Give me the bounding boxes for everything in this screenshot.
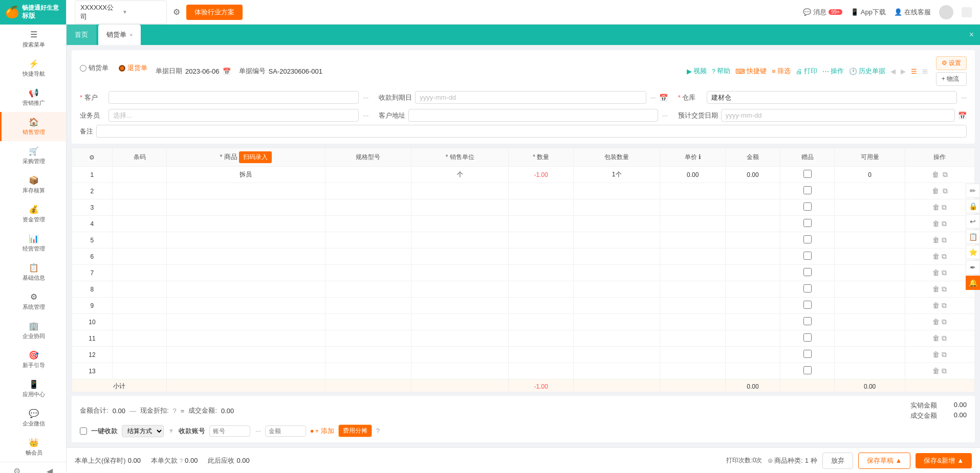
sidebar-item-member[interactable]: 👑 畅会员: [0, 433, 66, 462]
row-spec-2[interactable]: [325, 183, 411, 199]
account-input[interactable]: [209, 425, 250, 437]
sidebar-collapse-icon[interactable]: ◀: [47, 466, 53, 473]
date-calendar-icon[interactable]: 📅: [223, 67, 231, 75]
sidebar-item-base[interactable]: 📋 基础信息: [0, 258, 66, 287]
sidebar-item-shortcut[interactable]: ⚡ 快捷导航: [0, 54, 66, 83]
payment-method-select[interactable]: 结算方式: [122, 425, 164, 437]
copy-row-9-btn[interactable]: ⧉: [941, 300, 948, 311]
copy-row-6-btn[interactable]: ⧉: [941, 251, 948, 262]
delete-row-13-btn[interactable]: 🗑: [931, 366, 941, 376]
sidebar-item-guide[interactable]: 🎯 新手引导: [0, 345, 66, 374]
tab-close-all-icon[interactable]: ×: [969, 30, 974, 39]
sidebar-item-purchase[interactable]: 🛒 采购管理: [0, 141, 66, 170]
float-btn-3[interactable]: ↩: [966, 214, 980, 229]
copy-row-4-btn[interactable]: ⧉: [941, 218, 948, 229]
due-date-input[interactable]: [415, 91, 646, 104]
address-dots-icon[interactable]: ···: [662, 111, 668, 119]
setting-button[interactable]: ⚙ 设置: [936, 56, 967, 70]
sidebar-item-system[interactable]: ⚙ 系统管理: [0, 287, 66, 316]
tab-close-icon[interactable]: ×: [129, 32, 133, 38]
delete-row-6-btn[interactable]: 🗑: [931, 251, 941, 261]
service-item[interactable]: 👤 在线客服: [894, 8, 931, 17]
action-video[interactable]: ▶ 视频: [687, 66, 707, 76]
action-operation[interactable]: ⋯ 操作: [822, 66, 844, 76]
account-dots-icon[interactable]: ···: [255, 427, 261, 435]
row-amount-2[interactable]: [726, 183, 780, 199]
add-payment-button[interactable]: ● + 添加: [310, 426, 334, 436]
tab-sales-order[interactable]: 销货单 ×: [98, 25, 141, 45]
salesperson-input[interactable]: [108, 109, 359, 122]
row-pack-qty-1[interactable]: 1个: [574, 167, 660, 183]
delete-row-8-btn[interactable]: 🗑: [931, 284, 941, 294]
radio-sales[interactable]: 销货单: [80, 63, 108, 73]
sidebar-item-wechat[interactable]: 💬 企业微信: [0, 403, 66, 433]
row-amount-1[interactable]: 0.00: [726, 167, 780, 183]
float-btn-6[interactable]: ✒: [966, 260, 980, 275]
due-date-calendar-icon[interactable]: 📅: [659, 94, 668, 102]
user-avatar[interactable]: [939, 5, 953, 19]
action-help[interactable]: ? 帮助: [712, 66, 730, 76]
delete-row-1-btn[interactable]: 🗑: [931, 169, 940, 179]
row-qty-1[interactable]: -1.00: [508, 167, 573, 183]
user-avatar-2[interactable]: [962, 7, 972, 17]
copy-row-5-btn[interactable]: ⧉: [941, 235, 948, 245]
row-pack-qty-2[interactable]: [574, 183, 660, 199]
salesperson-dots-icon[interactable]: ···: [363, 111, 368, 119]
action-history[interactable]: 🕐 历史单据: [849, 66, 885, 76]
trial-button[interactable]: 体验行业方案: [186, 5, 243, 20]
row-barcode-2[interactable]: [112, 183, 167, 199]
copy-row-8-btn[interactable]: ⧉: [941, 284, 948, 295]
flow-button[interactable]: + 物流: [936, 72, 967, 86]
copy-row-3-btn[interactable]: ⧉: [941, 202, 948, 213]
float-btn-4[interactable]: 📋: [966, 230, 980, 244]
topbar-gear-icon[interactable]: ⚙: [173, 7, 180, 17]
copy-row-7-btn[interactable]: ⧉: [941, 267, 948, 278]
sidebar-item-search[interactable]: ☰ 搜索菜单: [0, 25, 66, 54]
sidebar-item-marketing[interactable]: 📢 营销推广: [0, 83, 66, 112]
expected-date-calendar-icon[interactable]: 📅: [958, 111, 967, 120]
row-price-1[interactable]: 0.00: [660, 167, 726, 183]
customer-input[interactable]: [108, 91, 359, 104]
row-spec-1[interactable]: [325, 167, 411, 183]
row-qty-2[interactable]: [508, 183, 573, 199]
col-settings[interactable]: ⚙: [72, 148, 113, 167]
float-btn-7[interactable]: 🔔: [966, 276, 980, 290]
row-gift-2[interactable]: [780, 183, 835, 199]
due-date-dots-icon[interactable]: ···: [650, 94, 656, 101]
row-gift-1[interactable]: [780, 167, 835, 183]
copy-row-10-btn[interactable]: ⧉: [941, 317, 948, 327]
tab-home[interactable]: 首页: [67, 25, 96, 45]
delete-row-9-btn[interactable]: 🗑: [931, 300, 941, 310]
delete-row-2-btn[interactable]: 🗑: [931, 186, 940, 196]
copy-row-11-btn[interactable]: ⧉: [941, 333, 948, 344]
delete-row-7-btn[interactable]: 🗑: [931, 267, 941, 278]
sidebar-item-inventory[interactable]: 📦 库存核算: [0, 170, 66, 199]
amount-input[interactable]: [265, 425, 306, 437]
fee-split-button[interactable]: 费用分摊: [338, 424, 372, 437]
copy-row-2-btn[interactable]: ⧉: [942, 186, 949, 196]
debt-help-icon[interactable]: ?: [180, 458, 183, 464]
row-price-2[interactable]: [660, 183, 726, 199]
action-print[interactable]: 🖨 打印: [796, 66, 817, 76]
delete-row-5-btn[interactable]: 🗑: [931, 235, 941, 245]
float-btn-1[interactable]: ✏: [966, 184, 980, 198]
warehouse-input[interactable]: [707, 91, 957, 104]
app-download-item[interactable]: 📱 App下载: [851, 8, 886, 17]
row-unit-1[interactable]: 个: [411, 167, 509, 183]
expected-date-input[interactable]: [721, 109, 955, 122]
address-input[interactable]: [408, 109, 658, 122]
customer-dots-icon[interactable]: ···: [363, 94, 368, 101]
sidebar-settings-icon[interactable]: ⚙: [13, 466, 20, 473]
company-selector[interactable]: XXXXXX公司 ▼: [75, 1, 167, 24]
sidebar-item-sales[interactable]: 🏠 销售管理: [0, 112, 66, 141]
fee-help-icon[interactable]: ?: [376, 427, 380, 435]
discount-help-icon[interactable]: ?: [173, 407, 177, 415]
radio-return[interactable]: 退货单: [119, 63, 147, 73]
save-new-button[interactable]: 保存&新增 ▲: [916, 453, 972, 468]
one-click-payment-checkbox[interactable]: [80, 427, 87, 435]
delete-row-3-btn[interactable]: 🗑: [931, 202, 941, 212]
action-filter[interactable]: ≡ 筛选: [772, 66, 791, 76]
row-product-1[interactable]: 拆员: [167, 167, 325, 183]
float-btn-5[interactable]: ⭐: [966, 245, 980, 259]
row-product-2[interactable]: [167, 183, 325, 199]
